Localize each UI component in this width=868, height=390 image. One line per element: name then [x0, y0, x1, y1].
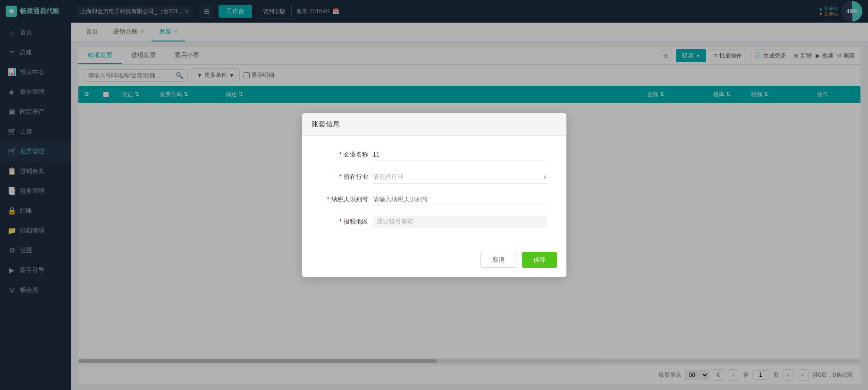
cancel-button[interactable]: 取消 — [480, 252, 516, 268]
tax-region-input: 通过税号获取 — [373, 216, 548, 228]
dialog-body: * 企业名称 * 所在行业 请选择行业 ∨ * — [302, 136, 566, 248]
industry-placeholder: 请选择行业 — [373, 173, 404, 181]
dialog-title: 账套信息 — [312, 120, 340, 128]
company-name-input[interactable] — [373, 149, 548, 160]
tax-region-label: * 报税地区 — [321, 217, 373, 226]
industry-dropdown-arrow: ∨ — [543, 173, 548, 180]
tax-region-placeholder: 通过税号获取 — [377, 218, 413, 225]
industry-label: * 所在行业 — [321, 173, 373, 181]
account-info-dialog: 账套信息 * 企业名称 * 所在行业 请选择行业 ∨ — [302, 113, 566, 277]
dialog-footer: 取消 保存 — [302, 248, 566, 277]
company-name-label: * 企业名称 — [321, 150, 373, 159]
company-name-row: * 企业名称 — [321, 149, 548, 160]
tax-id-label: * 纳税人识别号 — [321, 195, 373, 204]
required-star3: * — [327, 196, 329, 203]
required-star2: * — [339, 173, 342, 180]
tax-id-input[interactable] — [373, 194, 548, 205]
dialog-header: 账套信息 — [302, 113, 566, 136]
industry-select[interactable]: 请选择行业 ∨ — [373, 171, 548, 183]
tax-id-row: * 纳税人识别号 — [321, 194, 548, 205]
dialog-overlay: 账套信息 * 企业名称 * 所在行业 请选择行业 ∨ — [0, 0, 868, 390]
required-star4: * — [339, 218, 342, 225]
industry-row: * 所在行业 请选择行业 ∨ — [321, 171, 548, 183]
required-star: * — [339, 151, 342, 158]
tax-region-row: * 报税地区 通过税号获取 — [321, 216, 548, 228]
save-button[interactable]: 保存 — [522, 252, 557, 268]
